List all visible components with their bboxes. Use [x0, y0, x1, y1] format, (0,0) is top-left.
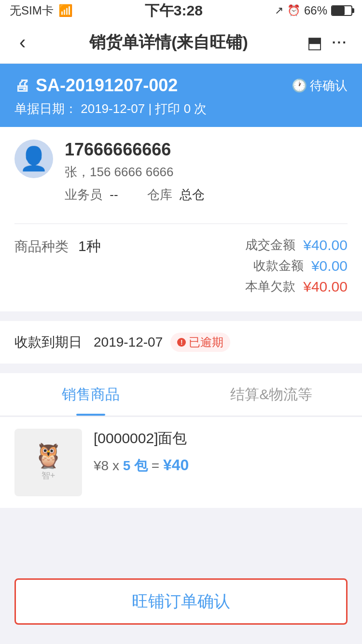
order-icon: 🖨 — [14, 77, 30, 95]
salesman-label: 业务员 — [65, 187, 102, 202]
product-type-value: 1种 — [78, 237, 101, 256]
product-logo-area: 🦉 智+ — [33, 444, 63, 481]
due-date-section: 收款到期日 2019-12-07 ! 已逾期 — [0, 321, 362, 364]
status-right: ↗ ⏰ 66% — [275, 4, 352, 17]
receipt-amount-row: 收款金额 ¥0.00 — [245, 257, 348, 274]
product-item: 🦉 智+ [0000002]面包 ¥8 x 5 包 = ¥40 — [14, 429, 348, 496]
order-status: 🕐 待确认 — [292, 77, 348, 94]
product-name: [0000002]面包 — [94, 429, 348, 448]
battery-percent: 66% — [304, 4, 327, 17]
order-id-text: SA-20191207-002 — [36, 75, 178, 96]
order-date: 2019-12-07 — [81, 101, 145, 116]
product-name-text: 面包 — [158, 430, 187, 446]
product-logo-text: 智+ — [33, 470, 63, 481]
avatar-icon: 👤 — [19, 145, 48, 172]
clock-icon: 🕐 — [292, 78, 307, 93]
product-image: 🦉 智+ — [14, 429, 82, 496]
summary-right: 成交金额 ¥40.00 收款金额 ¥0.00 本单欠款 ¥40.00 — [245, 237, 348, 299]
price-multiply: x — [112, 458, 123, 473]
product-code: [0000002] — [94, 430, 158, 446]
share-button[interactable]: ⬒ — [307, 33, 322, 52]
page-title: 销货单详情(来自旺铺) — [89, 31, 248, 54]
tabs-container: 销售商品 结算&物流等 — [0, 373, 362, 416]
customer-card: 👤 17666666666 张，156 6666 6666 业务员 -- 仓库 … — [0, 127, 362, 311]
customer-info: 17666666666 张，156 6666 6666 业务员 -- 仓库 总仓 — [65, 140, 348, 203]
warehouse-label: 仓库 — [147, 187, 172, 202]
customer-meta: 业务员 -- 仓库 总仓 — [65, 186, 348, 203]
print-unit: 次 — [194, 101, 207, 116]
more-button[interactable]: ··· — [332, 35, 348, 50]
overdue-label: 已逾期 — [189, 335, 223, 350]
tab-products-label: 销售商品 — [62, 385, 120, 405]
wifi-icon: 📶 — [58, 4, 73, 17]
status-bar: 无SIM卡 📶 下午3:28 ↗ ⏰ 66% — [0, 0, 362, 21]
price-value: ¥8 — [94, 458, 109, 473]
summary-section: 商品种类 1种 成交金额 ¥40.00 收款金额 ¥0.00 本单欠款 ¥40.… — [0, 224, 362, 311]
receipt-amount-label: 收款金额 — [253, 257, 304, 274]
tab-products-indicator — [76, 414, 105, 416]
tab-products[interactable]: 销售商品 — [0, 373, 181, 416]
customer-phone: 17666666666 — [65, 140, 348, 160]
tab-settlement-label: 结算&物流等 — [230, 385, 312, 405]
salesman-value: -- — [110, 187, 118, 202]
debt-amount-value: ¥40.00 — [303, 279, 348, 295]
customer-section: 👤 17666666666 张，156 6666 6666 业务员 -- 仓库 … — [0, 127, 362, 216]
time-label: 下午3:28 — [145, 1, 203, 21]
battery-icon — [331, 5, 352, 16]
nav-bar: ‹ 销货单详情(来自旺铺) ⬒ ··· — [0, 21, 362, 64]
print-label: | 打印 — [148, 101, 183, 116]
deal-amount-label: 成交金额 — [245, 237, 295, 253]
overdue-badge: ! 已逾期 — [170, 333, 230, 352]
location-icon: ↗ — [275, 4, 283, 17]
price-total: ¥40 — [163, 456, 189, 474]
due-date-value: 2019-12-07 — [94, 335, 163, 350]
product-section: 🦉 智+ [0000002]面包 ¥8 x 5 包 = ¥40 — [0, 417, 362, 508]
product-logo-owl: 🦉 — [33, 444, 63, 468]
order-id: 🖨 SA-20191207-002 — [14, 75, 178, 96]
deal-amount-value: ¥40.00 — [303, 237, 348, 253]
warehouse-value: 总仓 — [180, 187, 205, 202]
product-type-row: 商品种类 1种 — [14, 237, 101, 256]
debt-amount-row: 本单欠款 ¥40.00 — [245, 278, 348, 295]
order-header: 🖨 SA-20191207-002 🕐 待确认 单据日期： 2019-12-07… — [0, 64, 362, 127]
receipt-amount-value: ¥0.00 — [311, 258, 348, 274]
confirm-btn-container: 旺铺订单确认 — [0, 578, 362, 625]
back-button[interactable]: ‹ — [14, 27, 30, 58]
debt-amount-label: 本单欠款 — [245, 278, 295, 295]
print-count: 0 — [184, 101, 191, 116]
summary-left: 商品种类 1种 — [14, 237, 101, 258]
order-date-row: 单据日期： 2019-12-07 | 打印 0 次 — [14, 100, 348, 117]
overdue-dot: ! — [177, 338, 186, 347]
product-price: ¥8 x 5 包 = ¥40 — [94, 456, 348, 475]
product-type-label: 商品种类 — [14, 238, 69, 256]
order-status-text: 待确认 — [310, 77, 348, 94]
date-label: 单据日期： — [14, 101, 77, 116]
nav-actions: ⬒ ··· — [307, 33, 348, 52]
deal-amount-row: 成交金额 ¥40.00 — [245, 237, 348, 253]
tab-settlement[interactable]: 结算&物流等 — [181, 373, 362, 416]
avatar: 👤 — [14, 140, 53, 178]
price-qty: 5 — [123, 458, 131, 473]
customer-name: 张，156 6666 6666 — [65, 164, 348, 181]
warehouse-item: 仓库 总仓 — [147, 186, 205, 203]
order-id-row: 🖨 SA-20191207-002 🕐 待确认 — [14, 75, 348, 96]
alarm-icon: ⏰ — [287, 4, 300, 17]
due-date-label: 收款到期日 — [14, 333, 82, 351]
salesman-item: 业务员 -- — [65, 186, 118, 203]
carrier-label: 无SIM卡 — [10, 3, 54, 18]
status-left: 无SIM卡 📶 — [10, 3, 73, 18]
product-info: [0000002]面包 ¥8 x 5 包 = ¥40 — [94, 429, 348, 475]
price-unit: 包 — [134, 458, 148, 473]
price-equals: = — [152, 458, 163, 473]
confirm-order-button[interactable]: 旺铺订单确认 — [14, 578, 348, 625]
